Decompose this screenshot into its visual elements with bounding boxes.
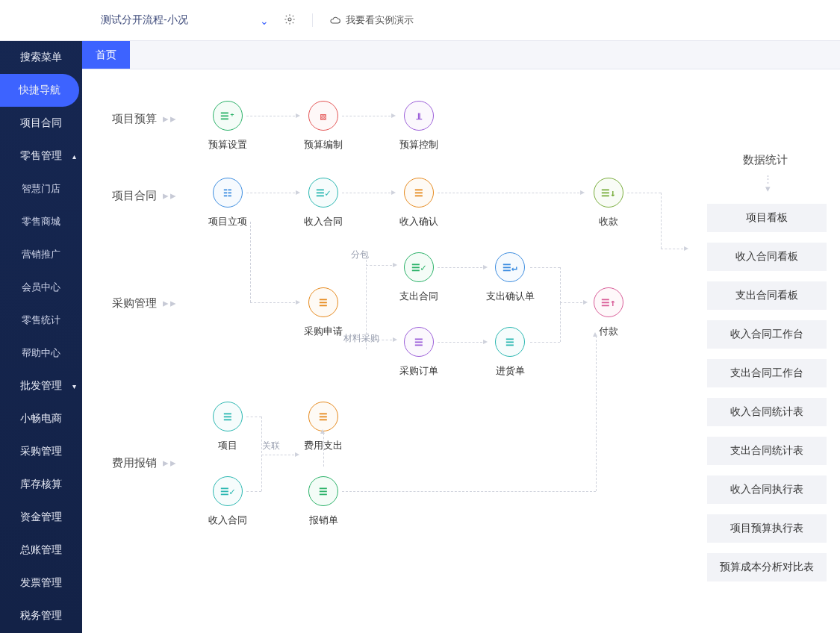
stat-button-7[interactable]: 收入合同执行表 [707,475,827,504]
sidebar-item-11[interactable]: 小畅电商 [0,402,82,435]
sidebar-item-8[interactable]: 零售统计 [0,304,82,337]
sidebar-item-1[interactable]: 快捷导航 [0,74,79,107]
sidebar-item-17[interactable]: 税务管理 [0,599,82,632]
doc-expense-icon: ☰✓ [404,252,434,282]
triangle-down-icon: ▾ [72,382,76,390]
stat-button-6[interactable]: 支出合同统计表 [707,437,827,465]
node-income-confirm[interactable]: ☰ 收入确认 [393,178,445,228]
section-expense: 费用报销▸▸ [112,456,178,470]
node-receipt[interactable]: ☰↓ 收款 [582,178,635,228]
doc-expense-confirm-icon: ☰↵ [495,252,525,282]
node-income-contract-2[interactable]: ☰✓ 收入合同 [202,476,254,527]
sidebar-item-13[interactable]: 库存核算 [0,468,82,501]
stat-button-4[interactable]: 支出合同工作台 [707,359,827,387]
receipt-icon: ☰↓ [594,178,623,208]
label-subcontract: 分包 [351,249,369,261]
node-expense-contract[interactable]: ☰✓ 支出合同 [393,252,445,303]
node-income-contract[interactable]: ☰✓ 收入合同 [297,178,349,228]
picture-icon: ▧ [308,101,338,131]
topbar: 测试分开流程-小况 ⌄ 我要看实例演示 [0,0,840,41]
sidebar-item-5[interactable]: 零售商城 [0,205,82,238]
chevron-down-icon: ⌄ [260,15,269,27]
card-icon: ☰↑ [594,287,623,317]
node-reimburse[interactable]: ☰ 报销单 [297,476,349,527]
section-budget: 项目预算▸▸ [112,112,178,126]
node-budget-compile[interactable]: ▧ 预算编制 [297,101,349,152]
tabs-row: 首页 [82,41,840,69]
section-purchase: 采购管理▸▸ [112,296,178,311]
node-budget-control[interactable]: ⫫ 预算控制 [393,101,445,152]
stat-button-8[interactable]: 项目预算执行表 [707,514,827,543]
cloud-icon [329,14,341,26]
triangle-up-icon: ▴ [72,152,76,160]
stat-button-2[interactable]: 支出合同看板 [707,281,827,310]
sidebar: 畅捷通好业财 专业版 搜索菜单快捷导航项目合同零售管理▴智慧门店零售商城营销推广… [0,0,82,633]
doc-dollar-icon: ☰✓ [308,178,338,208]
node-project[interactable]: ☰ 项目 [202,402,254,452]
stat-button-9[interactable]: 预算成本分析对比表 [707,553,827,581]
svg-point-1 [288,18,291,21]
stat-button-1[interactable]: 收入合同看板 [707,243,827,271]
tenant-select[interactable]: 测试分开流程-小况 ⌄ [101,13,269,27]
section-contract: 项目合同▸▸ [112,189,178,203]
sidebar-item-2[interactable]: 项目合同 [0,107,82,140]
demo-label: 我要看实例演示 [346,13,414,27]
reimburse-icon: ☰ [308,476,338,506]
node-goods-in[interactable]: ☰ 进货单 [484,327,536,378]
label-relate: 关联 [262,440,280,451]
sidebar-item-4[interactable]: 智慧门店 [0,172,82,205]
chart-icon: ⫫ [404,101,434,131]
project-icon: ☰ [213,402,243,431]
node-project-init[interactable]: ☷ 项目立项 [202,178,254,228]
doc-apply-icon: ☰ [308,287,338,317]
sidebar-item-3[interactable]: 零售管理▴ [0,140,82,172]
doc-plus-icon: ☰⁺ [213,101,243,131]
sidebar-item-0[interactable]: 搜索菜单 [0,41,82,74]
stats-arrow-icon: ⋮▾ [763,174,773,193]
stat-button-5[interactable]: 收入合同统计表 [707,398,827,426]
doc-order-icon: ☰ [404,327,434,357]
doc-goods-icon: ☰ [495,327,525,357]
canvas: 项目预算▸▸ 项目合同▸▸ 采购管理▸▸ 费用报销▸▸ ☰⁺ 预算设置 ▧ 预算… [90,71,840,633]
node-purchase-apply[interactable]: ☰ 采购申请 [297,287,349,338]
income-contract-icon: ☰✓ [213,476,243,506]
topbar-divider [312,13,313,27]
node-expense-confirm[interactable]: ☰↵ 支出确认单 [484,252,536,303]
gear-icon[interactable] [284,13,296,28]
stat-button-0[interactable]: 项目看板 [707,204,827,232]
node-payment[interactable]: ☰↑ 付款 [582,287,635,338]
stat-button-3[interactable]: 收入合同工作台 [707,320,827,349]
tenant-name: 测试分开流程-小况 [101,13,188,25]
sidebar-item-12[interactable]: 采购管理 [0,435,82,468]
tab-home[interactable]: 首页 [82,41,130,69]
label-material: 材料采购 [343,332,379,345]
sidebar-item-16[interactable]: 发票管理 [0,567,82,599]
sidebar-item-15[interactable]: 总账管理 [0,534,82,567]
sidebar-item-7[interactable]: 会员中心 [0,271,82,304]
node-budget-settings[interactable]: ☰⁺ 预算设置 [202,101,254,152]
stats-title: 数据统计 [743,153,788,167]
sidebar-item-14[interactable]: 资金管理 [0,501,82,534]
sidebar-item-10[interactable]: 批发管理▾ [0,369,82,402]
node-purchase-order[interactable]: ☰ 采购订单 [393,327,445,378]
sidebar-item-9[interactable]: 帮助中心 [0,337,82,369]
doc-confirm-icon: ☰ [404,178,434,208]
demo-link[interactable]: 我要看实例演示 [329,13,414,27]
sidebar-item-6[interactable]: 营销推广 [0,238,82,271]
doc-check-icon: ☷ [213,178,243,208]
